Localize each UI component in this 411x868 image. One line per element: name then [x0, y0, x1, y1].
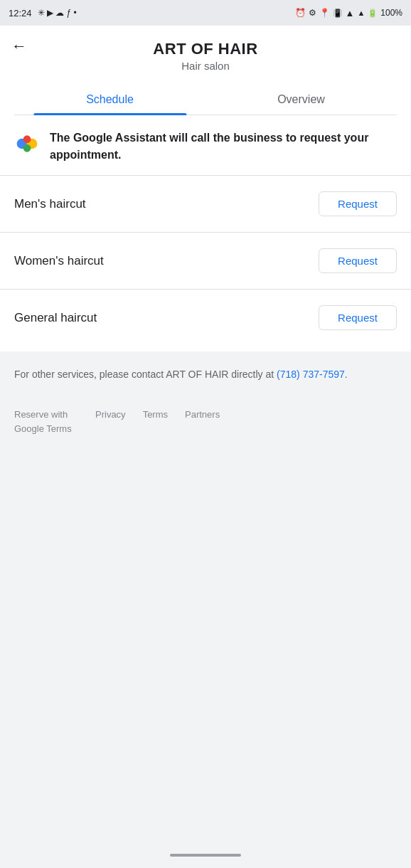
services-section: Men's haircut Request Women's haircut Re… [0, 175, 411, 346]
footer-links: Reserve with Google Terms Privacy Terms … [0, 396, 411, 450]
contact-section: For other services, please contact ART O… [0, 351, 411, 396]
tab-overview[interactable]: Overview [206, 83, 397, 115]
request-button-mens[interactable]: Request [319, 191, 397, 216]
svg-point-2 [23, 135, 31, 143]
home-indicator [170, 854, 241, 857]
battery-percent: 100% [380, 8, 402, 18]
service-row-womens: Women's haircut Request [0, 232, 411, 289]
assistant-message: The Google Assistant will call the busin… [50, 129, 397, 164]
svg-point-3 [23, 144, 31, 152]
alarm-icon: ⏰ [295, 8, 306, 18]
status-time: 12:24 ✳ ▶ ☁ ƒ • [9, 8, 77, 18]
service-row-mens: Men's haircut Request [0, 175, 411, 232]
bottom-bar [0, 450, 411, 868]
location-icon: 📍 [319, 8, 330, 18]
contact-text-prefix: For other services, please contact ART O… [14, 369, 277, 380]
footer-link-partners[interactable]: Partners [185, 408, 220, 435]
contact-text-suffix: . [345, 369, 348, 380]
service-name-general: General haircut [14, 311, 97, 325]
contact-phone-link[interactable]: (718) 737-7597 [277, 369, 345, 380]
tabs-container: Schedule Overview [14, 83, 397, 115]
back-button[interactable]: ← [11, 38, 27, 54]
time-display: 12:24 [9, 8, 32, 18]
google-assistant-icon [14, 131, 40, 157]
data-icon: ⚙ [309, 8, 316, 18]
tab-schedule[interactable]: Schedule [14, 83, 206, 115]
assistant-banner: The Google Assistant will call the busin… [0, 115, 411, 175]
notification-icons: ✳ ▶ ☁ ƒ • [38, 8, 77, 18]
status-bar: 12:24 ✳ ▶ ☁ ƒ • ⏰ ⚙ 📍 📳 ▲ ▲ 🔋 100% [0, 0, 411, 26]
service-name-mens: Men's haircut [14, 197, 86, 211]
request-button-general[interactable]: Request [319, 305, 397, 330]
wifi-icon: ▲ [346, 8, 355, 18]
header: ← ART OF HAIR Hair salon Schedule Overvi… [0, 26, 411, 115]
business-name: ART OF HAIR [153, 40, 257, 58]
service-name-womens: Women's haircut [14, 254, 104, 268]
status-indicators: ⏰ ⚙ 📍 📳 ▲ ▲ 🔋 100% [295, 8, 402, 18]
signal-icon: ▲ [357, 9, 365, 17]
request-button-womens[interactable]: Request [319, 248, 397, 273]
footer-link-terms[interactable]: Terms [143, 408, 168, 435]
service-row-general: General haircut Request [0, 289, 411, 346]
battery-icon: 🔋 [368, 9, 378, 18]
footer-link-reserve-terms[interactable]: Reserve with Google Terms [14, 408, 78, 435]
contact-text: For other services, please contact ART O… [14, 369, 348, 380]
vibrate-icon: 📳 [333, 9, 343, 18]
business-type: Hair salon [181, 60, 230, 72]
main-content: ← ART OF HAIR Hair salon Schedule Overvi… [0, 26, 411, 868]
footer-link-privacy[interactable]: Privacy [95, 408, 126, 435]
